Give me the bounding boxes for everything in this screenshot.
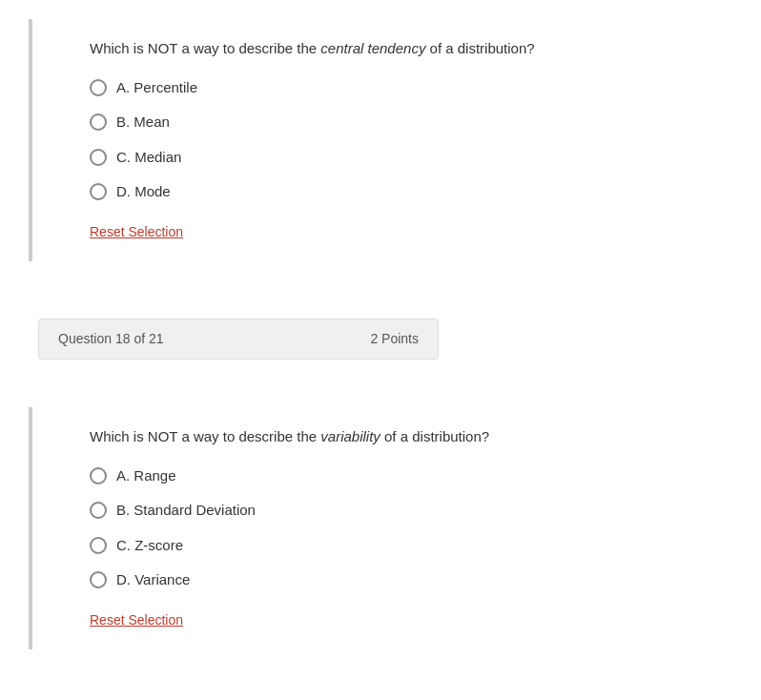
option-17-c-label: C. Median: [116, 147, 181, 169]
radio-17-d[interactable]: [90, 183, 107, 200]
option-18-c[interactable]: C. Z-score: [90, 535, 685, 557]
radio-17-a[interactable]: [90, 79, 107, 96]
option-17-b[interactable]: B. Mean: [90, 112, 685, 134]
question-17-text: Which is NOT a way to describe the centr…: [90, 38, 685, 60]
page-container: Which is NOT a way to describe the centr…: [0, 0, 761, 700]
question-17-section: Which is NOT a way to describe the centr…: [29, 19, 732, 261]
question-18-section: Which is NOT a way to describe the varia…: [29, 407, 732, 649]
option-18-b-label: B. Standard Deviation: [116, 500, 256, 522]
option-18-d-label: D. Variance: [116, 569, 190, 591]
option-17-c[interactable]: C. Median: [90, 147, 685, 169]
option-18-c-label: C. Z-score: [116, 535, 183, 557]
reset-selection-18[interactable]: Reset Selection: [90, 610, 183, 630]
option-17-d[interactable]: D. Mode: [90, 181, 685, 203]
radio-18-b[interactable]: [90, 502, 107, 519]
question-18-points: 2 Points: [370, 329, 419, 349]
question-18-text: Which is NOT a way to describe the varia…: [90, 426, 685, 448]
divider-1: [0, 271, 761, 299]
radio-18-c[interactable]: [90, 537, 107, 554]
reset-selection-17[interactable]: Reset Selection: [90, 222, 183, 242]
option-17-b-label: B. Mean: [116, 112, 170, 134]
radio-17-c[interactable]: [90, 149, 107, 166]
option-18-b[interactable]: B. Standard Deviation: [90, 500, 685, 522]
divider-2: [0, 379, 761, 407]
option-18-a-label: A. Range: [116, 465, 176, 487]
option-17-d-label: D. Mode: [116, 181, 171, 203]
option-18-d[interactable]: D. Variance: [90, 569, 685, 591]
question-18-header-bar: Question 18 of 21 2 Points: [38, 319, 439, 360]
radio-18-d[interactable]: [90, 571, 107, 588]
option-17-a[interactable]: A. Percentile: [90, 77, 685, 99]
radio-18-a[interactable]: [90, 467, 107, 484]
radio-17-b[interactable]: [90, 113, 107, 131]
option-17-a-label: A. Percentile: [116, 77, 197, 99]
question-18-info: Question 18 of 21: [58, 329, 164, 349]
option-18-a[interactable]: A. Range: [90, 465, 685, 487]
